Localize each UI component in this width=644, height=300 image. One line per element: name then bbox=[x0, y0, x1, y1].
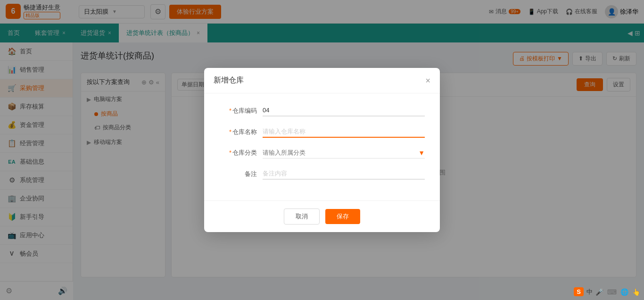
brand-zh: 中 bbox=[586, 288, 593, 296]
warehouse-category-select[interactable]: ▼ bbox=[263, 147, 425, 158]
brand-s-logo: S bbox=[574, 287, 584, 296]
modal-close-button[interactable]: × bbox=[425, 76, 430, 85]
modal-body: 仓库编码 仓库名称 仓库分类 ▼ 备注 bbox=[204, 93, 440, 200]
form-row-note: 备注 bbox=[219, 168, 425, 180]
warehouse-name-input[interactable] bbox=[263, 126, 425, 138]
field-note-label: 备注 bbox=[219, 170, 257, 178]
warehouse-code-input[interactable] bbox=[263, 105, 425, 117]
modal-title: 新增仓库 bbox=[214, 75, 244, 85]
new-warehouse-modal: 新增仓库 × 仓库编码 仓库名称 仓库分类 ▼ bbox=[204, 68, 440, 232]
modal-header: 新增仓库 × bbox=[204, 68, 440, 93]
modal-overlay: 新增仓库 × 仓库编码 仓库名称 仓库分类 ▼ bbox=[0, 0, 644, 300]
form-row-name: 仓库名称 bbox=[219, 126, 425, 138]
field-name-label: 仓库名称 bbox=[219, 128, 257, 136]
field-code-label: 仓库编码 bbox=[219, 107, 257, 115]
warehouse-category-input[interactable] bbox=[263, 147, 418, 158]
globe-icon[interactable]: 🌐 bbox=[620, 288, 628, 296]
category-dropdown-arrow: ▼ bbox=[418, 149, 425, 157]
warehouse-note-input[interactable] bbox=[263, 168, 425, 180]
cancel-button[interactable]: 取消 bbox=[284, 208, 320, 225]
form-row-category: 仓库分类 ▼ bbox=[219, 147, 425, 158]
keyboard-icon[interactable]: ⌨ bbox=[607, 288, 617, 296]
touch-icon[interactable]: 👆 bbox=[632, 288, 640, 296]
brand-icons: 🎤 ⌨ 🌐 👆 bbox=[595, 288, 640, 296]
mic-icon[interactable]: 🎤 bbox=[595, 288, 603, 296]
form-row-code: 仓库编码 bbox=[219, 105, 425, 117]
save-button[interactable]: 保存 bbox=[325, 209, 360, 224]
modal-footer: 取消 保存 bbox=[204, 200, 440, 232]
brand-bottom-bar: S 中 🎤 ⌨ 🌐 👆 bbox=[574, 287, 640, 296]
field-category-label: 仓库分类 bbox=[219, 149, 257, 157]
